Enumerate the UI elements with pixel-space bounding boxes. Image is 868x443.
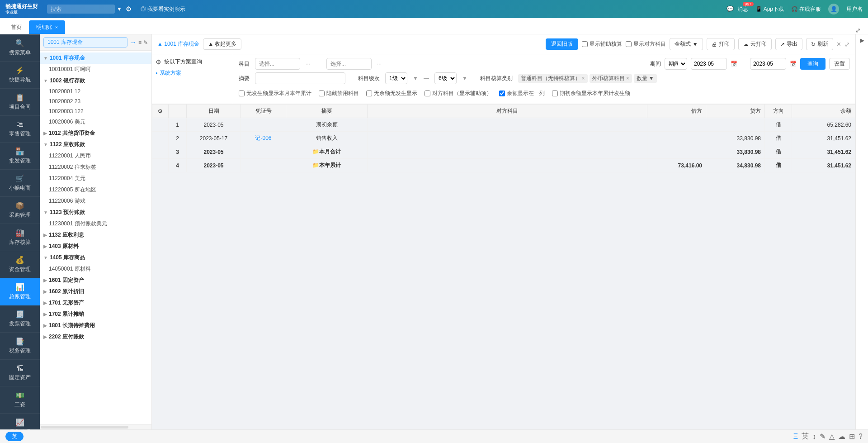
- sidebar-item-mini[interactable]: 🛒 小畅电商: [0, 170, 40, 197]
- setting-btn[interactable]: 设置: [829, 58, 850, 70]
- tree-item-1405[interactable]: ▼ 1405 库存商品: [40, 252, 151, 263]
- tree-item-1701[interactable]: ▶ 1701 无形资产: [40, 297, 151, 309]
- sidebar-item-retail[interactable]: 🛍 零售管理: [0, 116, 40, 143]
- tag-quantity[interactable]: 数量 ▼: [634, 74, 657, 83]
- return-old-btn[interactable]: 退回旧版: [546, 38, 578, 50]
- bottom-icon-4[interactable]: ✎: [820, 432, 826, 441]
- option-no-occur[interactable]: 无发生额显示本月本年累计: [239, 90, 311, 97]
- sidebar-item-project[interactable]: 📋 项目合同: [0, 89, 40, 116]
- sidebar-item-wholesale[interactable]: 🏪 批发管理: [0, 143, 40, 170]
- gear-header-icon[interactable]: ⚙: [158, 108, 163, 114]
- hide-disabled-checkbox[interactable]: [319, 91, 325, 96]
- calendar-end-icon[interactable]: 📅: [790, 61, 797, 67]
- arrow-right-icon[interactable]: →: [129, 38, 137, 47]
- right-panel-toggle[interactable]: ◀: [859, 38, 865, 44]
- tree-scrollbar-h[interactable]: [40, 424, 151, 429]
- tree-item-1602[interactable]: ▶ 1602 累计折旧: [40, 286, 151, 297]
- account-tree-body[interactable]: ▼ 1001 库存现金 10010001 呵呵呵 ▼ 1002 银行存款 100…: [40, 51, 151, 424]
- tab-expand-btn[interactable]: ⤢: [852, 27, 864, 34]
- bottom-icon-2[interactable]: 英: [802, 432, 809, 441]
- tree-item-1702[interactable]: ▶ 1702 累计摊销: [40, 309, 151, 320]
- window-expand-btn[interactable]: ⤢: [844, 41, 850, 48]
- tree-list-icon[interactable]: ≡: [138, 39, 142, 46]
- bottom-icon-8[interactable]: ?: [859, 433, 863, 441]
- level-start-select[interactable]: 1级: [385, 72, 407, 84]
- sidebar-item-fixed[interactable]: 🏗 固定资产: [0, 360, 40, 386]
- bottom-icon-5[interactable]: △: [829, 432, 835, 441]
- sidebar-item-invoice[interactable]: 🧾 发票管理: [0, 305, 40, 333]
- tree-item-11220006[interactable]: 11220006 游戏: [40, 195, 151, 207]
- tree-item-1403[interactable]: ▶ 1403 原材料: [40, 241, 151, 252]
- tree-item-1123[interactable]: ▼ 1123 预付账款: [40, 207, 151, 218]
- sidebar-item-inventory[interactable]: 🏭 库存核算: [0, 224, 40, 251]
- tree-item-11220005[interactable]: 11220005 所在地区: [40, 184, 151, 195]
- query-btn[interactable]: 查询: [800, 58, 826, 70]
- bottom-icon-1[interactable]: Ξ: [793, 433, 798, 441]
- voucher-link[interactable]: 记-006: [255, 135, 271, 141]
- tree-item-1132[interactable]: ▶ 1132 应收利息: [40, 229, 151, 241]
- subject-end-input[interactable]: [326, 58, 372, 70]
- message-badge[interactable]: 💬 99+ 消息: [726, 5, 748, 13]
- period-start-input[interactable]: [691, 58, 727, 70]
- summary-input[interactable]: [255, 72, 345, 84]
- bottom-icon-7[interactable]: ⊞: [849, 432, 855, 441]
- online-service-btn[interactable]: 🎧 在线客服: [791, 5, 821, 13]
- sidebar-item-capital[interactable]: 💰 资金管理: [0, 251, 40, 278]
- option-show-contra[interactable]: 对方科目（显示辅助项）: [425, 90, 492, 97]
- print-btn[interactable]: 🖨 打印: [707, 38, 735, 50]
- cloud-print-btn[interactable]: ☁ 云打印: [738, 38, 772, 50]
- breadcrumb[interactable]: ▲ 1001 库存现金: [157, 40, 199, 48]
- chinese-btn[interactable]: 英: [5, 432, 24, 441]
- th-gear[interactable]: ⚙: [152, 105, 169, 118]
- show-aux-check[interactable]: 显示辅助核算: [582, 40, 622, 48]
- bottom-icon-3[interactable]: ↕: [812, 433, 816, 441]
- show-ytd-checkbox[interactable]: [552, 91, 558, 96]
- app-download-btn[interactable]: 📱 App下载: [755, 5, 784, 13]
- demo-link[interactable]: 我要看实例演示: [141, 5, 185, 13]
- period-end-input[interactable]: [750, 58, 786, 70]
- tree-item-10020003[interactable]: 10020003 122: [40, 106, 151, 116]
- tree-item-14050001[interactable]: 14050001 原材料: [40, 263, 151, 275]
- user-avatar[interactable]: 👤: [828, 4, 839, 14]
- tree-item-11220004[interactable]: 11220004 美元: [40, 173, 151, 184]
- period-type-select[interactable]: 期间: [665, 58, 687, 70]
- show-contra-checkbox[interactable]: [626, 41, 632, 47]
- sidebar-item-business[interactable]: 📈 经营管理: [0, 414, 40, 429]
- tree-item-10010001[interactable]: 10010001 呵呵呵: [40, 64, 151, 75]
- subject-start-input[interactable]: [255, 58, 300, 70]
- tree-item-1122[interactable]: ▼ 1122 应收账款: [40, 139, 151, 150]
- tree-item-11220002[interactable]: 11220002 往来标签: [40, 162, 151, 173]
- sidebar-item-ledger[interactable]: 📊 总账管理: [0, 278, 40, 305]
- tree-item-1801[interactable]: ▶ 1801 长期待摊费用: [40, 320, 151, 331]
- sidebar-item-purchase[interactable]: 📦 采购管理: [0, 197, 40, 224]
- tag-normal-close[interactable]: ×: [582, 75, 585, 81]
- show-contra-checkbox2[interactable]: [425, 91, 430, 96]
- option-no-balance[interactable]: 无余额无发生显示: [366, 90, 417, 97]
- no-occur-checkbox[interactable]: [239, 91, 245, 96]
- option-show-ytd[interactable]: 期初余额显示本年累计发生额: [552, 90, 630, 97]
- tree-item-11220001[interactable]: 11220001 人民币: [40, 150, 151, 162]
- no-balance-checkbox[interactable]: [366, 91, 372, 96]
- tab-close-icon[interactable]: ×: [55, 25, 58, 30]
- option-hide-disabled[interactable]: 隐藏禁用科目: [319, 90, 359, 97]
- tree-item-10020001[interactable]: 10020001 12: [40, 86, 151, 96]
- tree-item-1601[interactable]: ▶ 1601 固定资产: [40, 275, 151, 286]
- tree-item-2202[interactable]: ▶ 2202 应付账款: [40, 331, 151, 343]
- level-end-select[interactable]: 6级: [434, 72, 457, 84]
- sidebar-item-tax[interactable]: 📑 税务管理: [0, 333, 40, 360]
- export-btn[interactable]: ↗ 导出: [775, 38, 802, 50]
- tree-item-1012[interactable]: ▶ 1012 其他货币资金: [40, 128, 151, 139]
- option-balance-col[interactable]: 余额显示在一列: [499, 90, 545, 97]
- top-search-input[interactable]: [47, 5, 115, 14]
- system-scheme-btn[interactable]: 系统方案: [156, 69, 229, 77]
- refresh-btn[interactable]: ↻ 刷新: [806, 38, 833, 50]
- expand-more-btn[interactable]: ▲ 收起更多: [203, 38, 241, 50]
- gear-icon[interactable]: ⚙: [126, 5, 132, 13]
- dropdown-icon[interactable]: ▼: [117, 6, 122, 12]
- tree-item-10020006[interactable]: 10020006 美元: [40, 116, 151, 128]
- sidebar-item-shortcut[interactable]: ⚡ 快捷导航: [0, 62, 40, 89]
- tree-item-10020002[interactable]: 10020002 23: [40, 96, 151, 106]
- show-aux-checkbox[interactable]: [582, 41, 588, 47]
- account-selected[interactable]: 1001 库存现金: [43, 37, 127, 48]
- show-contra-check[interactable]: 显示对方科目: [626, 40, 666, 48]
